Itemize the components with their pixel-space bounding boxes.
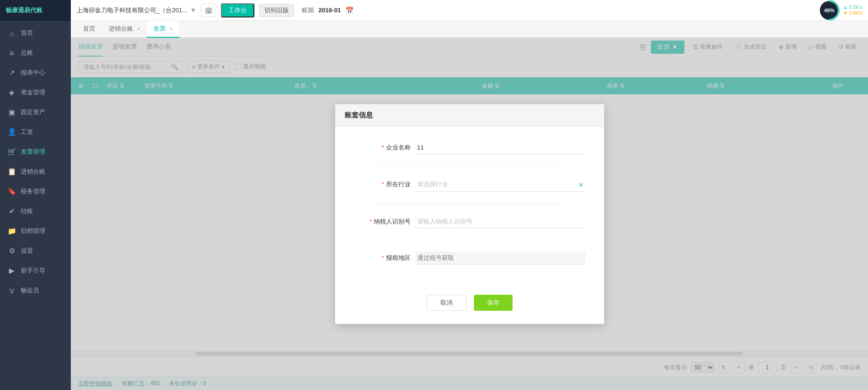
company-name: 上海卯金刀电子科技有限公司_（台201... (76, 6, 187, 15)
modal-title: 账套信息 (335, 104, 604, 127)
payroll-icon: 👤 (8, 128, 16, 136)
sidebar-item-label: 归档管理 (21, 227, 45, 235)
sidebar-item-tax[interactable]: 🔖 税务管理 (0, 182, 71, 201)
sidebar-item-label: 首页 (21, 29, 33, 37)
network-percent: 49% (824, 8, 834, 13)
industry-select[interactable]: 请选择行业 ∨ (415, 177, 585, 192)
sidebar-item-label: 固定资产 (21, 108, 45, 116)
sidebar-item-close[interactable]: ✔ 结账 (0, 201, 71, 221)
archive-icon: 📁 (8, 227, 16, 235)
purchase-sales-icon: 📋 (8, 167, 16, 176)
sidebar-item-reports[interactable]: ↗ 报表中心 (0, 63, 71, 83)
net-speed: ▲ 8.5K/s ▼ 2.6K/s (843, 5, 862, 16)
calendar-icon[interactable]: 📅 (346, 7, 354, 14)
divider-2 (373, 203, 566, 204)
member-icon: V (8, 287, 16, 295)
tab-close-invoice[interactable]: × (170, 26, 173, 32)
modal-footer: 取消 保存 (335, 290, 604, 324)
tab-purchase-sales[interactable]: 进销台账 × (102, 21, 147, 38)
enterprise-input[interactable] (415, 141, 585, 154)
industry-label: * 所在行业 (354, 180, 415, 189)
tax-region-label: * 报税地区 (354, 254, 415, 262)
sidebar-item-label: 畅会员 (21, 286, 39, 295)
company-icon-button[interactable]: 🏢 (201, 4, 216, 17)
gear-icon: ⚙ (8, 247, 16, 255)
form-row-industry: * 所在行业 请选择行业 ∨ (354, 177, 585, 192)
enterprise-label: * 企业名称 (354, 143, 415, 152)
sidebar-item-label: 工资 (21, 128, 33, 136)
sidebar-item-label: 新手引导 (21, 266, 45, 275)
speed-up: ▲ 8.5K/s (843, 5, 862, 10)
switch-version-button[interactable]: 切到旧版 (259, 4, 294, 17)
sidebar: 畅康通易代账 ⌂ 首页 ≡ 总账 ↗ 报表中心 ◈ 资金管理 ▣ 固定资产 (0, 0, 71, 390)
cancel-button[interactable]: 取消 (427, 295, 466, 311)
topbar: 上海卯金刀电子科技有限公司_（台201... ▼ 🏢 工作台 切到旧版 账期 2… (71, 0, 868, 21)
company-icon: 🏢 (205, 7, 212, 14)
worktable-button[interactable]: 工作台 (221, 3, 254, 17)
content-area: 销项发票 进项发票 费用小票 ⊞ 取票 ▼ ☰ 批量操作 (71, 38, 868, 390)
sidebar-item-label: 进销台账 (21, 167, 45, 176)
sidebar-nav: ⌂ 首页 ≡ 总账 ↗ 报表中心 ◈ 资金管理 ▣ 固定资产 👤 工资 (0, 21, 71, 390)
form-row-enterprise: * 企业名称 (354, 141, 585, 154)
logo-text: 畅康通易代账 (6, 6, 42, 15)
home-icon: ⌂ (8, 29, 16, 37)
guide-icon: ▶ (8, 266, 16, 275)
sidebar-item-label: 资金管理 (21, 88, 45, 97)
sidebar-item-settings[interactable]: ⚙ 设置 (0, 241, 71, 261)
modal-overlay: 账套信息 * 企业名称 (71, 38, 868, 390)
tax-icon: 🔖 (8, 187, 16, 196)
tax-id-input[interactable] (415, 215, 585, 228)
tab-close-purchase[interactable]: × (137, 26, 140, 32)
sidebar-item-label: 结账 (21, 207, 33, 216)
tax-id-label: * 纳税人识别号 (354, 217, 415, 226)
ledger-icon: ≡ (8, 49, 16, 57)
tab-invoice[interactable]: 发票 × (147, 21, 179, 38)
sidebar-item-funds[interactable]: ◈ 资金管理 (0, 83, 71, 102)
divider-1 (373, 166, 566, 166)
form-row-tax-id: * 纳税人识别号 (354, 215, 585, 228)
sidebar-item-payroll[interactable]: 👤 工资 (0, 122, 71, 142)
sidebar-item-label: 设置 (21, 247, 33, 255)
sidebar-item-invoice-mgmt[interactable]: 🛒 发票管理 (0, 142, 71, 162)
sidebar-item-member[interactable]: V 畅会员 (0, 281, 71, 300)
sidebar-item-label: 报表中心 (21, 68, 45, 77)
speed-down: ▼ 2.6K/s (843, 10, 862, 16)
sidebar-item-archive[interactable]: 📁 归档管理 (0, 221, 71, 241)
funds-icon: ◈ (8, 88, 16, 97)
sidebar-item-label: 发票管理 (21, 148, 45, 156)
topbar-right: 49% ▲ 8.5K/s ▼ 2.6K/s (818, 0, 862, 21)
tax-region-input (415, 251, 585, 265)
sidebar-item-guide[interactable]: ▶ 新手引导 (0, 261, 71, 281)
company-selector[interactable]: 上海卯金刀电子科技有限公司_（台201... ▼ (76, 6, 196, 15)
reports-icon: ↗ (8, 68, 16, 77)
tab-home[interactable]: 首页 (76, 21, 102, 38)
sidebar-item-purchase-sales[interactable]: 📋 进销台账 (0, 162, 71, 182)
invoice-mgmt-icon: 🛒 (8, 148, 16, 156)
form-row-tax-region: * 报税地区 (354, 251, 585, 265)
save-button[interactable]: 保存 (474, 295, 513, 311)
assets-icon: ▣ (8, 108, 16, 116)
sidebar-item-home[interactable]: ⌂ 首页 (0, 23, 71, 43)
tab-bar: 首页 进销台账 × 发票 × (71, 21, 868, 38)
modal-body: * 企业名称 * 所在行业 (335, 127, 604, 290)
period-label: 账期 (302, 6, 314, 15)
sidebar-item-ledger[interactable]: ≡ 总账 (0, 43, 71, 63)
sidebar-logo: 畅康通易代账 (0, 0, 71, 21)
divider-3 (373, 240, 566, 240)
close-icon: ✔ (8, 207, 16, 216)
sidebar-item-assets[interactable]: ▣ 固定资产 (0, 102, 71, 122)
main-area: 上海卯金刀电子科技有限公司_（台201... ▼ 🏢 工作台 切到旧版 账期 2… (71, 0, 868, 390)
period-value: 2016-01 (319, 7, 341, 14)
company-dropdown-arrow: ▼ (190, 7, 196, 14)
sidebar-item-label: 总账 (21, 49, 33, 57)
industry-placeholder: 请选择行业 (417, 180, 448, 189)
account-info-modal: 账套信息 * 企业名称 (335, 104, 604, 324)
select-arrow-icon: ∨ (579, 181, 583, 188)
sidebar-item-label: 税务管理 (21, 187, 45, 196)
